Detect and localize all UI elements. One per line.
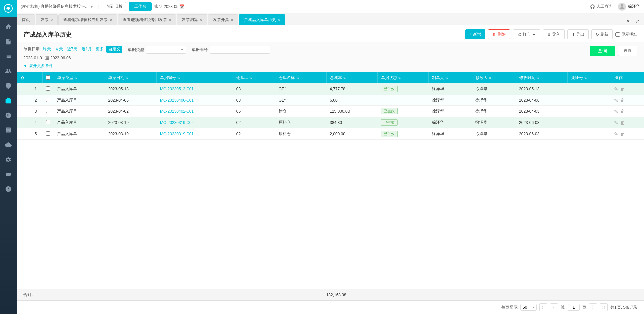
tab-home[interactable]: 首页 (17, 14, 35, 25)
sidebar-item-stamp[interactable] (0, 108, 17, 123)
date-shortcut-yesterday[interactable]: 昨天 (42, 46, 52, 53)
row-check-3[interactable] (42, 117, 54, 128)
import-button[interactable]: ⬇ 导入 (543, 29, 565, 39)
date-shortcut-custom[interactable]: 自定义 (106, 46, 122, 53)
row-number-link-0[interactable]: MC-20230513-001 (160, 87, 194, 91)
row-checkbox-4[interactable] (46, 131, 50, 136)
per-page-select[interactable]: 50 10 20 100 (520, 304, 537, 311)
row-edit-icon-1[interactable]: ✎ (614, 98, 618, 103)
tab-view-sales-vat[interactable]: 查看销项增值税专用发票 × (58, 14, 117, 25)
type-filter-select[interactable] (146, 46, 186, 54)
row-number-link-3[interactable]: MC-20230319-002 (160, 120, 194, 125)
settings-gear-icon[interactable]: ⚙ (21, 76, 24, 80)
tab-close-all-button[interactable]: × (625, 18, 632, 25)
row-check-1[interactable] (42, 95, 54, 106)
sidebar-item-cloud[interactable] (0, 137, 17, 152)
first-page-button[interactable]: ⟨⟨ (539, 303, 547, 311)
tab-product-in-history-close[interactable]: × (278, 18, 280, 22)
date-shortcut-7days[interactable]: 近7天 (66, 46, 79, 53)
row-number-link-4[interactable]: MC-20230319-001 (160, 132, 194, 136)
page-input[interactable] (568, 304, 580, 311)
filter-settings-button[interactable]: 设置 (618, 46, 637, 56)
row-check-2[interactable] (42, 106, 54, 117)
col-warehouse-code[interactable]: 仓库... ⇅ (233, 72, 275, 83)
col-status[interactable]: 单据状态 ⇅ (377, 72, 428, 83)
row-check-0[interactable] (42, 83, 54, 95)
col-warehouse-name[interactable]: 仓库名称 ⇅ (275, 72, 326, 83)
sidebar-item-report[interactable] (0, 123, 17, 137)
sidebar-item-config[interactable] (0, 152, 17, 167)
user-service[interactable]: 🎧 人工咨询 (590, 4, 612, 9)
row-number-3[interactable]: MC-20230319-002 (157, 117, 233, 128)
sidebar-item-invoice[interactable] (0, 34, 17, 49)
date-shortcut-today[interactable]: 今天 (54, 46, 64, 53)
tab-view-purchase-vat-close[interactable]: × (169, 18, 171, 22)
tab-view-sales-vat-close[interactable]: × (110, 18, 112, 22)
date-shortcut-1month[interactable]: 近1月 (80, 46, 93, 53)
row-number-link-1[interactable]: MC-20230406-001 (160, 98, 194, 103)
row-delete-icon-3[interactable]: 🗑 (620, 120, 625, 125)
row-check-4[interactable] (42, 128, 54, 140)
col-settings[interactable]: ⚙ (17, 72, 29, 83)
row-delete-icon-4[interactable]: 🗑 (620, 131, 625, 137)
row-number-4[interactable]: MC-20230319-001 (157, 128, 233, 140)
last-page-button[interactable]: ⟩⟩ (600, 303, 608, 311)
tab-view-purchase-vat[interactable]: 查看进项增值税专用发票 × (118, 14, 176, 25)
row-checkbox-1[interactable] (46, 98, 50, 102)
col-check[interactable] (42, 72, 54, 83)
col-date[interactable]: 单据日期 ⇅ (105, 72, 156, 83)
refresh-button[interactable]: ↻ 刷新 (591, 29, 613, 39)
next-page-button[interactable]: ⟩ (589, 303, 597, 311)
sidebar-item-settings[interactable] (0, 78, 17, 93)
sidebar-item-users[interactable] (0, 64, 17, 78)
workbench-button[interactable]: 工作台 (129, 2, 152, 11)
print-button[interactable]: 🖨 打印 ▼ (513, 29, 540, 39)
row-number-1[interactable]: MC-20230406-001 (157, 95, 233, 106)
row-checkbox-0[interactable] (46, 86, 50, 91)
user-info[interactable]: 徐泽华 (618, 3, 640, 11)
tab-invoice-issue-close[interactable]: × (231, 18, 233, 22)
col-type[interactable]: 单据类型 ⇅ (54, 72, 105, 83)
calendar-icon[interactable]: 📅 (180, 4, 185, 9)
tab-invoice-calc[interactable]: 发票测算 × (177, 14, 207, 25)
row-edit-icon-3[interactable]: ✎ (614, 120, 618, 125)
tab-invoice-close[interactable]: × (51, 18, 53, 22)
show-detail-checkbox-area[interactable]: 显示明细 (615, 32, 637, 37)
sidebar-item-home[interactable] (0, 19, 17, 34)
new-button[interactable]: + 新增 (465, 29, 485, 39)
col-modifier[interactable]: 修改人 ⇅ (472, 72, 516, 83)
col-voucher[interactable]: 凭证号 ⇅ (568, 72, 611, 83)
date-shortcut-more[interactable]: 更多 (94, 46, 105, 53)
row-checkbox-2[interactable] (46, 109, 50, 113)
tab-maximize-button[interactable]: ⤢ (633, 17, 641, 25)
number-filter-input[interactable] (210, 46, 270, 54)
tab-invoice-calc-close[interactable]: × (200, 18, 202, 22)
row-delete-icon-1[interactable]: 🗑 (620, 98, 625, 103)
row-delete-icon-0[interactable]: 🗑 (620, 86, 625, 92)
tab-invoice[interactable]: 发票 × (36, 14, 58, 25)
tab-invoice-issue[interactable]: 发票开具 × (208, 14, 238, 25)
expand-more-button[interactable]: ▼ 展开更多条件 (23, 63, 637, 69)
col-creator[interactable]: 制单人 ⇅ (429, 72, 472, 83)
row-edit-icon-2[interactable]: ✎ (614, 109, 618, 114)
select-all-checkbox[interactable] (46, 75, 50, 80)
sidebar-item-chart[interactable] (0, 49, 17, 64)
row-number-2[interactable]: MC-20230402-001 (157, 106, 233, 117)
sidebar-item-version[interactable] (0, 182, 17, 196)
row-edit-icon-4[interactable]: ✎ (614, 131, 618, 137)
col-number[interactable]: 单据编号 ⇅ (157, 72, 233, 83)
switch-version-button[interactable]: 切到旧版 (103, 2, 126, 11)
show-detail-checkbox[interactable] (615, 32, 620, 37)
company-selector[interactable]: (库存核算) 直播轻绑通信息技术股份... ▼ (21, 4, 94, 9)
row-number-0[interactable]: MC-20230513-001 (157, 83, 233, 95)
row-checkbox-3[interactable] (46, 120, 50, 124)
row-delete-icon-2[interactable]: 🗑 (620, 109, 625, 114)
row-number-link-2[interactable]: MC-20230402-001 (160, 109, 194, 114)
tab-product-in-history[interactable]: 产成品入库单历史 × (239, 14, 285, 25)
row-edit-icon-0[interactable]: ✎ (614, 86, 618, 92)
sidebar-item-inventory[interactable] (0, 93, 17, 108)
col-modify-time[interactable]: 修改时间 ⇅ (516, 72, 567, 83)
delete-button[interactable]: 🗑 删除 (488, 29, 510, 39)
prev-page-button[interactable]: ⟨ (550, 303, 558, 311)
sidebar-item-video[interactable] (0, 167, 17, 182)
